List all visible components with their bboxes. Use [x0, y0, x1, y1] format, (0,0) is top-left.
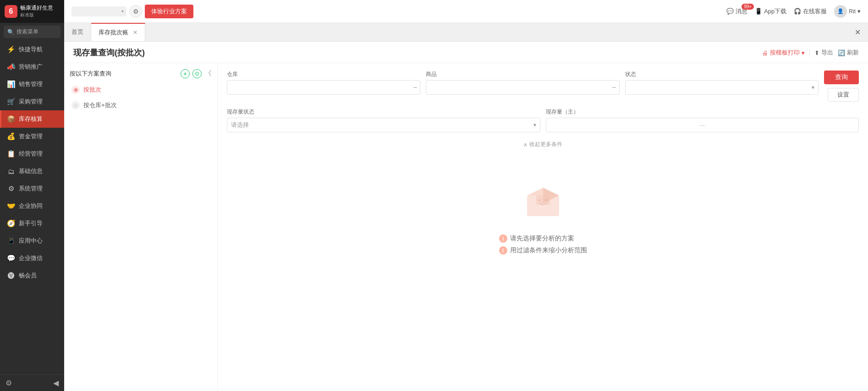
message-icon: 💬 [726, 8, 734, 15]
topbar-right: 💬 消息 99+ 📱 App下载 🎧 在线客服 👤 Rit ▾ [726, 5, 861, 18]
filter-item-icon-inactive: ○ [71, 101, 80, 109]
newbie-icon: 🧭 [7, 219, 15, 228]
apps-icon: 📱 [7, 237, 15, 245]
collapse-sidebar-icon[interactable]: ◀ [53, 379, 59, 387]
filter-item-label: 按仓库+批次 [83, 101, 117, 109]
search-menu[interactable]: 🔍 搜索菜单 [4, 26, 60, 38]
print-button[interactable]: 🖨 按模板打印 ▾ [762, 49, 805, 57]
sidebar-item-purchase[interactable]: 🛒 采购管理 [0, 93, 64, 110]
sidebar-item-operations[interactable]: 📋 经营管理 [0, 145, 64, 163]
avatar: 👤 [834, 5, 847, 18]
quick-icon: ⚡ [7, 45, 15, 54]
gear-button[interactable]: ⚙ [129, 5, 142, 18]
add-scheme-button[interactable]: + [181, 69, 190, 78]
sidebar-header: 6 畅康通好生意 标准版 [0, 0, 64, 23]
sidebar-item-label: 资金管理 [19, 132, 43, 141]
settings-button[interactable]: 设置 [828, 88, 859, 102]
sidebar-item-newbie[interactable]: 🧭 新手引导 [0, 215, 64, 232]
phone-icon: 📱 [755, 8, 762, 15]
svg-point-5 [546, 199, 548, 201]
tab-home[interactable]: 首页 [64, 23, 91, 41]
settings-footer-icon[interactable]: ⚙ [5, 379, 12, 387]
inventory-icon: 📦 [7, 115, 15, 123]
warehouse-input-wrapper: ··· [227, 80, 420, 95]
refresh-label: 刷新 [847, 49, 859, 57]
sidebar-item-label: 基础信息 [19, 167, 43, 175]
sidebar-footer: ⚙ ◀ [0, 375, 64, 391]
basics-icon: 🗂 [7, 167, 15, 175]
warehouse-input[interactable] [227, 84, 409, 91]
status-select[interactable]: ▾ [625, 80, 819, 95]
app-download-label: App下载 [764, 7, 786, 16]
messages-badge: 99+ [742, 4, 754, 10]
divider [809, 49, 810, 57]
stock-status-placeholder: 请选择 [231, 121, 532, 129]
sidebar-item-quick[interactable]: ⚡ 快捷导航 [0, 41, 64, 58]
svg-point-4 [538, 199, 540, 201]
sales-icon: 📊 [7, 80, 15, 88]
empty-tips: 1 请先选择要分析的方案 2 用过滤条件来缩小分析范围 [499, 234, 587, 255]
tab-inventory-batch-label: 库存批次账 [99, 28, 128, 37]
sidebar-item-enterprise[interactable]: 🤝 企业协同 [0, 197, 64, 215]
experience-industry-button[interactable]: 体验行业方案 [145, 5, 193, 18]
query-button[interactable]: 查询 [824, 71, 859, 84]
breadcrumb-input[interactable] [71, 6, 126, 16]
username-label: Rit [849, 8, 856, 15]
product-dots[interactable]: ··· [608, 83, 619, 92]
tab-inventory-batch[interactable]: 库存批次账 ✕ [91, 23, 145, 41]
collapse-panel-button[interactable]: 《 [204, 69, 212, 78]
page-header-actions: 🖨 按模板打印 ▾ ⬆ 导出 🔄 刷新 [762, 49, 859, 57]
tab-close-icon[interactable]: ✕ [133, 29, 137, 36]
messages-button[interactable]: 💬 消息 99+ [726, 7, 747, 16]
query-row-1: 仓库 ··· 商品 ··· 状态 [227, 71, 859, 102]
status-select-arrow-icon: ▾ [812, 84, 814, 91]
sidebar-item-wechat[interactable]: 💬 企业微信 [0, 250, 64, 267]
sidebar-item-sales[interactable]: 📊 销售管理 [0, 76, 64, 93]
tip-2-text: 用过滤条件来缩小分析范围 [510, 246, 587, 255]
app-download-button[interactable]: 📱 App下载 [755, 7, 786, 16]
filter-item-by-batch[interactable]: ⊕ 按批次 [64, 82, 217, 98]
print-icon: 🖨 [762, 49, 768, 56]
stock-quantity-to-input[interactable] [708, 122, 855, 129]
sidebar-item-system[interactable]: ⚙ 系统管理 [0, 180, 64, 197]
sidebar-item-member[interactable]: 🅥 畅会员 [0, 267, 64, 284]
sidebar: 6 畅康通好生意 标准版 🔍 搜索菜单 ⚡ 快捷导航 📣 营销推广 📊 销售管理… [0, 0, 64, 391]
breadcrumb-area: ▾ ⚙ 体验行业方案 [71, 5, 722, 18]
sidebar-item-label: 快捷导航 [19, 45, 43, 54]
empty-tip-2: 2 用过滤条件来缩小分析范围 [499, 246, 587, 255]
stock-status-select[interactable]: 请选择 ▾ [227, 118, 540, 132]
online-service-button[interactable]: 🎧 在线客服 [794, 7, 827, 16]
stock-quantity-from-input[interactable] [550, 122, 697, 129]
sidebar-item-basics[interactable]: 🗂 基础信息 [0, 163, 64, 180]
sidebar-item-finance[interactable]: 💰 资金管理 [0, 128, 64, 145]
topbar: ▾ ⚙ 体验行业方案 💬 消息 99+ 📱 App下载 🎧 在线客服 👤 [64, 0, 868, 23]
sidebar-item-marketing[interactable]: 📣 营销推广 [0, 58, 64, 76]
print-label: 按模板打印 [770, 49, 800, 57]
stock-status-label: 现存量状态 [227, 108, 540, 116]
page-header: 现存量查询(按批次) 🖨 按模板打印 ▾ ⬆ 导出 🔄 刷新 [64, 42, 868, 63]
target-scheme-button[interactable]: ⊙ [192, 69, 202, 78]
finance-icon: 💰 [7, 132, 15, 141]
export-button[interactable]: ⬆ 导出 [814, 49, 833, 57]
sidebar-item-inventory[interactable]: 📦 库存核算 [0, 110, 64, 128]
refresh-button[interactable]: 🔄 刷新 [838, 49, 859, 57]
product-input[interactable] [426, 84, 608, 91]
purchase-icon: 🛒 [7, 98, 15, 106]
tab-home-label: 首页 [71, 28, 83, 36]
user-profile-button[interactable]: 👤 Rit ▾ [834, 5, 861, 18]
sidebar-item-label: 销售管理 [19, 80, 43, 88]
svg-rect-3 [536, 196, 550, 205]
tab-close-all-button[interactable]: ✕ [847, 23, 868, 41]
product-field: 商品 ··· [426, 71, 619, 95]
filter-item-by-warehouse-batch[interactable]: ○ 按仓库+批次 [64, 98, 217, 113]
collapse-more-button[interactable]: ∧ 收起更多条件 [227, 139, 859, 152]
app-title-block: 畅康通好生意 标准版 [20, 5, 53, 18]
sidebar-item-apps[interactable]: 📱 应用中心 [0, 232, 64, 250]
warehouse-label: 仓库 [227, 71, 420, 78]
sidebar-item-label: 畅会员 [19, 272, 37, 280]
sidebar-item-label: 新手引导 [19, 219, 43, 228]
search-icon: 🔍 [7, 29, 14, 35]
print-arrow-icon: ▾ [802, 49, 805, 56]
warehouse-dots[interactable]: ··· [409, 83, 420, 92]
member-icon: 🅥 [7, 272, 15, 280]
